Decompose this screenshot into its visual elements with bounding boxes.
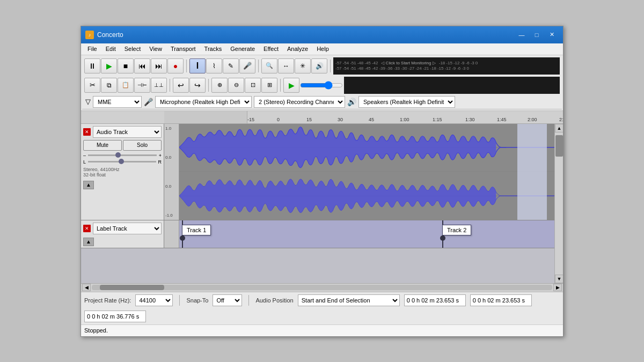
waveform-scale: 1.0 0.0 0.0 -1.0 xyxy=(164,124,179,220)
playback-volume-slider[interactable] xyxy=(300,81,343,90)
horizontal-scrollbar[interactable]: ◀ ▶ xyxy=(81,283,563,292)
zoom-in-btn[interactable]: ⊕ xyxy=(211,78,228,93)
snap-to-select[interactable]: Off On xyxy=(213,294,242,306)
status-bar-area: Project Rate (Hz): 44100 48000 22050 Sna… xyxy=(81,292,563,324)
mute-button[interactable]: Mute xyxy=(83,140,122,151)
minimize-button[interactable]: — xyxy=(515,29,529,40)
trim-button[interactable]: ⊣⊢ xyxy=(134,78,150,93)
window-title: Concerto xyxy=(97,31,515,39)
envelope-tool-button[interactable]: ⌇ xyxy=(206,58,222,73)
zoom-fit-btn[interactable]: ⊞ xyxy=(261,78,277,93)
play-green-btn[interactable]: ▶ xyxy=(283,78,299,93)
menu-view[interactable]: View xyxy=(145,45,166,53)
zoom-sel-btn[interactable]: ⊡ xyxy=(245,78,261,93)
position2-input[interactable] xyxy=(470,294,532,306)
scroll-thumb-v[interactable] xyxy=(555,135,563,157)
label-track: ✕ Label Track ▲ xyxy=(81,220,554,248)
project-rate-label: Project Rate (Hz): xyxy=(84,297,131,304)
menu-bar: File Edit Select View Transport Tracks G… xyxy=(81,43,563,55)
pan-knob[interactable] xyxy=(119,159,124,164)
scroll-left-button[interactable]: ◀ xyxy=(82,284,91,291)
label-track-collapse-button[interactable]: ▲ xyxy=(83,238,94,246)
menu-edit[interactable]: Edit xyxy=(101,45,120,53)
menu-tracks[interactable]: Tracks xyxy=(200,45,226,53)
selection-highlight xyxy=(517,124,547,220)
stop-button[interactable]: ■ xyxy=(118,58,134,73)
all-tracks: ✕ Audio Track Mute Solo – xyxy=(81,124,554,283)
mic-tool-button[interactable]: 🎤 xyxy=(239,58,255,73)
undo-button[interactable]: ↩ xyxy=(173,78,189,93)
audio-waveform-area[interactable]: 1.0 0.0 0.0 -1.0 xyxy=(164,124,554,220)
label-waveform-area[interactable]: Track 1 Track 2 xyxy=(164,220,554,248)
scroll-thumb-h[interactable] xyxy=(100,285,164,290)
label-tag-1[interactable]: Track 1 xyxy=(182,225,211,235)
vu-meter-2[interactable] xyxy=(344,77,560,94)
scroll-track-h xyxy=(92,285,552,290)
menu-analyze[interactable]: Analyze xyxy=(283,45,312,53)
scroll-right-button[interactable]: ▶ xyxy=(553,284,562,291)
separator-2 xyxy=(258,60,259,72)
label-track-name-select[interactable]: Label Track xyxy=(93,223,162,234)
label-track-controls: ✕ Label Track ▲ xyxy=(81,220,164,248)
vertical-scrollbar[interactable]: ▲ ▼ xyxy=(554,124,563,283)
channels-select[interactable]: 2 (Stereo) Recording Channels 1 (Mono) R… xyxy=(254,96,345,108)
label-track-close-button[interactable]: ✕ xyxy=(83,225,91,232)
maximize-button[interactable]: □ xyxy=(530,29,544,40)
timeline-ruler[interactable]: -15 0 15 30 45 1:00 1:15 1:30 1:45 2:00 … xyxy=(81,111,563,124)
label-tag-2[interactable]: Track 2 xyxy=(442,225,471,235)
vu-scale-top: -57-54-51-48-45-42 ◁ Click to Start Moni… xyxy=(335,61,558,65)
project-rate-select[interactable]: 44100 48000 22050 xyxy=(135,294,173,306)
skip-end-button[interactable]: ⏭ xyxy=(151,58,167,73)
audio-track-name-select[interactable]: Audio Track xyxy=(93,126,162,138)
redo-button[interactable]: ↪ xyxy=(189,78,206,93)
selection-mode-select[interactable]: Start and End of Selection Start and Len… xyxy=(298,294,400,306)
menu-generate[interactable]: Generate xyxy=(226,45,259,53)
menu-file[interactable]: File xyxy=(83,45,101,53)
paste-button[interactable]: 📋 xyxy=(118,78,134,93)
audio-track-close-button[interactable]: ✕ xyxy=(83,128,91,136)
menu-select[interactable]: Select xyxy=(120,45,145,53)
main-window: ♪ Concerto — □ ✕ File Edit Select View T… xyxy=(80,26,564,337)
vu-meter[interactable]: -57-54-51-48-45-42 ◁ Click to Start Moni… xyxy=(333,57,560,75)
label-track-arrow-row: ▲ xyxy=(83,238,162,246)
zoom-out-btn[interactable]: ⊖ xyxy=(228,78,244,93)
scale-mid2: 0.0 xyxy=(165,184,178,189)
ruler-left-pad xyxy=(164,111,247,123)
menu-help[interactable]: Help xyxy=(312,45,333,53)
position1-input[interactable] xyxy=(404,294,466,306)
audio-host-select[interactable]: MME DirectSound WASAPI xyxy=(93,96,142,108)
cut-button[interactable]: ✂ xyxy=(84,78,100,93)
position3-input[interactable] xyxy=(84,311,146,322)
speaker-button[interactable]: 🔊 xyxy=(311,58,327,73)
waveform-svg xyxy=(179,124,554,220)
scroll-up-button[interactable]: ▲ xyxy=(555,124,563,132)
ruler-mark--15: -15 xyxy=(247,117,254,122)
ruler-mark-15: 15 xyxy=(306,117,312,122)
audio-track-header: ✕ Audio Track xyxy=(83,126,162,138)
pause-button[interactable]: ⏸ xyxy=(84,58,100,73)
zoom-in-button[interactable]: 🔍 xyxy=(261,58,277,73)
multi-tool-button[interactable]: ✳ xyxy=(295,58,311,73)
tracks-empty-area xyxy=(81,248,554,283)
menu-effect[interactable]: Effect xyxy=(259,45,283,53)
close-button[interactable]: ✕ xyxy=(545,29,559,40)
select-tool-button[interactable]: I xyxy=(189,58,206,73)
menu-transport[interactable]: Transport xyxy=(166,45,200,53)
skip-start-button[interactable]: ⏮ xyxy=(134,58,150,73)
record-button[interactable]: ● xyxy=(167,58,184,73)
gain-knob[interactable] xyxy=(115,152,121,158)
microphone-select[interactable]: Microphone (Realtek High Defi... xyxy=(155,96,252,108)
speaker-select[interactable]: Speakers (Realtek High Definiti... xyxy=(358,96,455,108)
track-collapse-button[interactable]: ▲ xyxy=(83,181,94,189)
solo-button[interactable]: Solo xyxy=(123,140,162,151)
ruler-marks-container: -15 0 15 30 45 1:00 1:15 1:30 1:45 2:00 … xyxy=(247,111,563,123)
audio-track: ✕ Audio Track Mute Solo – xyxy=(81,124,554,220)
fit-width-button[interactable]: ↔ xyxy=(278,58,294,73)
gain-slider[interactable] xyxy=(88,154,157,156)
scroll-down-button[interactable]: ▼ xyxy=(555,275,563,283)
copy-button[interactable]: ⧉ xyxy=(101,78,117,93)
pan-slider[interactable] xyxy=(88,161,156,162)
pencil-tool-button[interactable]: ✎ xyxy=(223,58,239,73)
silence-button[interactable]: ⊥⊥ xyxy=(151,78,167,93)
play-button[interactable]: ▶ xyxy=(101,58,117,73)
